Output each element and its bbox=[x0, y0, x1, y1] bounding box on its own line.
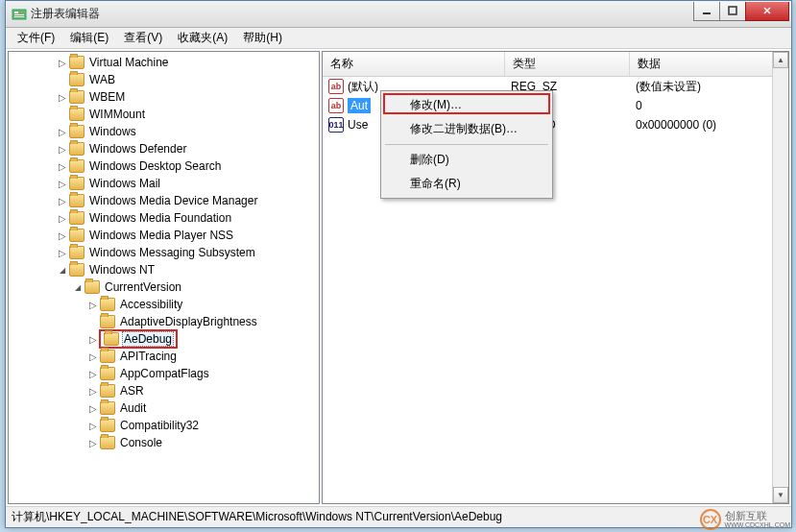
tree-item[interactable]: ▷Compatibility32 bbox=[11, 417, 319, 434]
tree-item[interactable]: ◢Windows NT bbox=[11, 261, 319, 278]
menu-file[interactable]: 文件(F) bbox=[10, 27, 62, 49]
folder-icon bbox=[69, 177, 84, 190]
expand-icon[interactable]: ▷ bbox=[57, 92, 68, 103]
folder-icon bbox=[69, 229, 84, 242]
tree-item[interactable]: ▷Windows Media Device Manager bbox=[11, 192, 319, 209]
tree-label: AdaptiveDisplayBrightness bbox=[118, 314, 259, 329]
list-header: 名称 类型 数据 bbox=[323, 52, 788, 77]
tree-label: CurrentVersion bbox=[103, 279, 183, 295]
tree-item[interactable]: AdaptiveDisplayBrightness bbox=[11, 313, 319, 330]
expand-icon[interactable]: ▷ bbox=[87, 421, 99, 431]
folder-icon bbox=[100, 436, 115, 449]
tree-item[interactable]: ▷WBEM bbox=[11, 88, 319, 106]
status-path: 计算机\HKEY_LOCAL_MACHINE\SOFTWARE\Microsof… bbox=[12, 509, 502, 525]
tree-item[interactable]: ▷Accessibility bbox=[11, 296, 319, 313]
tree-item[interactable]: ▷Windows Defender bbox=[11, 140, 319, 157]
expand-icon[interactable]: ▷ bbox=[57, 213, 68, 224]
window-controls bbox=[694, 2, 789, 21]
tree-label: Windows Mail bbox=[87, 176, 162, 191]
menu-favorites[interactable]: 收藏夹(A) bbox=[170, 27, 235, 49]
tree-item[interactable]: ▷Windows bbox=[11, 123, 319, 140]
scroll-up-button[interactable]: ▲ bbox=[773, 52, 788, 68]
col-header-data[interactable]: 数据 bbox=[630, 52, 788, 76]
tree-item[interactable]: WIMMount bbox=[11, 106, 319, 123]
list-scrollbar[interactable]: ▲ ▼ bbox=[772, 52, 788, 503]
expand-icon[interactable]: ▷ bbox=[57, 161, 68, 172]
col-header-name[interactable]: 名称 bbox=[323, 52, 505, 76]
expand-icon[interactable]: ▷ bbox=[87, 334, 99, 345]
folder-icon bbox=[69, 263, 84, 277]
folder-icon bbox=[69, 90, 84, 104]
cm-rename[interactable]: 重命名(R) bbox=[383, 172, 550, 196]
svg-rect-4 bbox=[703, 12, 711, 14]
folder-icon bbox=[100, 419, 115, 432]
tree-item[interactable]: ▷Windows Mail bbox=[11, 175, 319, 192]
cm-modify-binary[interactable]: 修改二进制数据(B)… bbox=[383, 117, 550, 141]
registry-tree: ▷Virtual MachineWAB▷WBEMWIMMount▷Windows… bbox=[9, 52, 319, 453]
expand-icon[interactable]: ▷ bbox=[57, 144, 68, 155]
tree-pane[interactable]: ▷Virtual MachineWAB▷WBEMWIMMount▷Windows… bbox=[8, 51, 320, 504]
svg-rect-5 bbox=[729, 7, 736, 14]
menu-edit[interactable]: 编辑(E) bbox=[62, 27, 116, 49]
tree-label: WBEM bbox=[87, 89, 127, 105]
tree-item[interactable]: ▷AppCompatFlags bbox=[11, 365, 319, 382]
folder-icon bbox=[69, 194, 84, 207]
expand-icon[interactable]: ▷ bbox=[87, 300, 99, 310]
watermark: CX 创新互联 WWW.CDCXHL.COM bbox=[700, 509, 790, 530]
watermark-brand: 创新互联 bbox=[725, 511, 790, 521]
expand-icon[interactable]: ▷ bbox=[57, 248, 68, 258]
titlebar[interactable]: 注册表编辑器 bbox=[6, 1, 791, 28]
expand-icon[interactable]: ▷ bbox=[57, 179, 68, 189]
tree-item[interactable]: ▷Virtual Machine bbox=[11, 54, 319, 71]
window-title: 注册表编辑器 bbox=[31, 6, 694, 22]
value-name: Aut bbox=[348, 98, 371, 113]
tree-label: Windows NT bbox=[87, 262, 157, 278]
folder-icon bbox=[69, 73, 84, 86]
tree-item[interactable]: ▷AeDebug bbox=[11, 330, 319, 348]
scroll-down-button[interactable]: ▼ bbox=[773, 487, 788, 503]
tree-item[interactable]: ▷Windows Desktop Search bbox=[11, 157, 319, 175]
value-name: (默认) bbox=[348, 79, 378, 95]
collapse-icon[interactable]: ◢ bbox=[72, 283, 84, 292]
folder-icon bbox=[100, 401, 115, 415]
values-pane[interactable]: 名称 类型 数据 ab(默认)REG_SZ(数值未设置)abAut0011Use… bbox=[322, 51, 789, 504]
tree-item[interactable]: ▷Console bbox=[11, 434, 319, 451]
tree-item[interactable]: ◢CurrentVersion bbox=[11, 278, 319, 296]
tree-item[interactable]: ▷ASR bbox=[11, 382, 319, 399]
maximize-button[interactable] bbox=[719, 2, 746, 21]
tree-label: Accessibility bbox=[118, 297, 184, 312]
close-button[interactable] bbox=[745, 2, 789, 21]
expand-icon[interactable]: ▷ bbox=[87, 386, 99, 397]
scroll-track[interactable] bbox=[773, 68, 788, 487]
minimize-button[interactable] bbox=[693, 2, 720, 21]
folder-icon bbox=[100, 350, 115, 363]
tree-item[interactable]: ▷APITracing bbox=[11, 348, 319, 365]
menu-help[interactable]: 帮助(H) bbox=[235, 27, 290, 49]
expand-icon[interactable]: ▷ bbox=[57, 230, 68, 241]
folder-icon bbox=[100, 315, 115, 328]
tree-label: Windows bbox=[87, 124, 138, 139]
expand-icon[interactable]: ▷ bbox=[57, 58, 68, 68]
menu-view[interactable]: 查看(V) bbox=[116, 27, 170, 49]
tree-item[interactable]: WAB bbox=[11, 71, 319, 88]
tree-label: Console bbox=[118, 435, 164, 450]
collapse-icon[interactable]: ◢ bbox=[57, 266, 68, 275]
expand-icon[interactable]: ▷ bbox=[57, 127, 68, 137]
tree-item[interactable]: ▷Windows Messaging Subsystem bbox=[11, 244, 319, 261]
col-header-type[interactable]: 类型 bbox=[505, 52, 630, 76]
folder-icon bbox=[100, 384, 115, 398]
cm-delete[interactable]: 删除(D) bbox=[383, 148, 550, 172]
folder-icon bbox=[69, 159, 84, 173]
tree-label: AppCompatFlags bbox=[118, 366, 211, 381]
expand-icon[interactable]: ▷ bbox=[87, 351, 99, 362]
tree-item[interactable]: ▷Windows Media Player NSS bbox=[11, 227, 319, 244]
expand-icon[interactable]: ▷ bbox=[87, 403, 99, 414]
expand-icon[interactable]: ▷ bbox=[87, 438, 99, 448]
expand-icon[interactable]: ▷ bbox=[57, 196, 68, 206]
expand-icon[interactable]: ▷ bbox=[87, 369, 99, 379]
tree-item[interactable]: ▷Audit bbox=[11, 399, 319, 417]
cm-modify[interactable]: 修改(M)… bbox=[383, 93, 550, 117]
cell-data: 0 bbox=[630, 97, 788, 114]
watermark-icon: CX bbox=[700, 509, 721, 530]
tree-item[interactable]: ▷Windows Media Foundation bbox=[11, 209, 319, 227]
